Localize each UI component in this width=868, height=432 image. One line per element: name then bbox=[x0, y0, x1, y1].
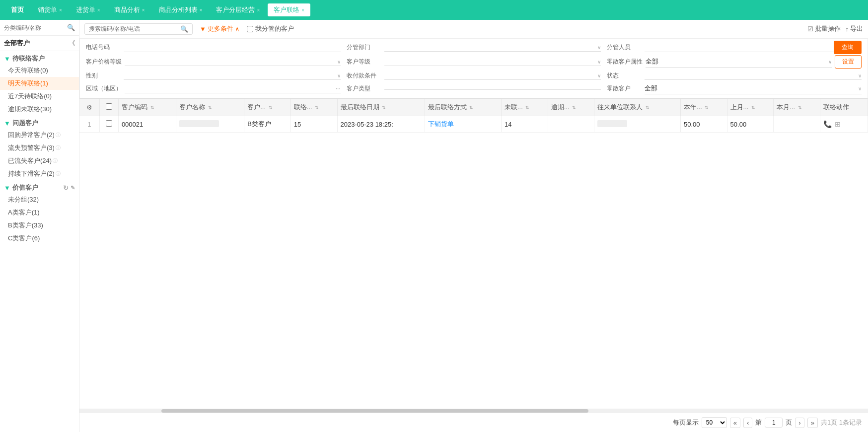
person-select[interactable]: ··· bbox=[645, 43, 862, 52]
sidebar-item-7days[interactable]: 近7天待联络(0) bbox=[0, 90, 79, 103]
per-page-select[interactable]: 50 100 200 bbox=[702, 417, 727, 428]
sort-icon-overdue: ⇅ bbox=[572, 105, 576, 110]
close-product-analysis-list-icon[interactable]: × bbox=[200, 7, 203, 13]
region-dots-icon[interactable]: ··· bbox=[336, 85, 341, 92]
settings-btn[interactable]: 设置 bbox=[835, 55, 862, 69]
collapse-icon[interactable]: 《 bbox=[69, 39, 75, 48]
first-page-btn[interactable]: « bbox=[730, 418, 740, 428]
th-contact-count[interactable]: 联络... ⇅ bbox=[290, 99, 337, 116]
retail-attr-select[interactable]: 全部 ∨ bbox=[646, 56, 832, 68]
gender-chevron-icon: ∨ bbox=[337, 73, 341, 78]
my-customers-check[interactable] bbox=[247, 26, 253, 32]
row-last-method[interactable]: 下销货单 bbox=[425, 116, 501, 133]
batch-op-btn[interactable]: ☑ 批量操作 bbox=[807, 24, 841, 33]
sidebar: 🔍 全部客户 《 ▼ 待联络客户 今天待联络(0) 明天待联络(1) 近7天待联… bbox=[0, 20, 79, 432]
overdue-label: 逾期未联络(30) bbox=[8, 105, 52, 114]
gender-select[interactable]: ∨ bbox=[124, 72, 341, 80]
close-customer-contact-icon[interactable]: × bbox=[301, 7, 304, 13]
group-pending-label: 待联络客户 bbox=[12, 54, 45, 63]
price-grade-select[interactable]: ∨ bbox=[125, 58, 341, 66]
th-code[interactable]: 客户编码 ⇅ bbox=[118, 99, 176, 116]
th-this-year[interactable]: 本年... ⇅ bbox=[680, 99, 727, 116]
region-select[interactable]: ··· bbox=[125, 84, 341, 93]
horizontal-scrollbar[interactable] bbox=[79, 409, 868, 413]
nav-customer-contact[interactable]: 客户联络 × bbox=[268, 3, 310, 16]
sidebar-item-abnormal[interactable]: 回购异常客户(2) ⓘ bbox=[0, 129, 79, 142]
sidebar-item-today[interactable]: 今天待联络(0) bbox=[0, 64, 79, 77]
region-label: 区域（地区） bbox=[86, 84, 122, 93]
th-type[interactable]: 客户... ⇅ bbox=[244, 99, 291, 116]
query-btn[interactable]: 查询 bbox=[834, 41, 862, 54]
close-customer-tier-icon[interactable]: × bbox=[257, 7, 260, 13]
th-checkbox[interactable] bbox=[99, 99, 118, 116]
sidebar-item-declining[interactable]: 持续下滑客户(2) ⓘ bbox=[0, 167, 79, 180]
filter-more-btn[interactable]: ▼ 更多条件 ∧ bbox=[197, 23, 243, 35]
th-last-method[interactable]: 最后联络方式 ⇅ bbox=[425, 99, 501, 116]
sidebar-item-a-class[interactable]: A类客户(1) bbox=[0, 206, 79, 219]
sidebar-item-ungroups[interactable]: 未分组(32) bbox=[0, 193, 79, 206]
payment-select[interactable]: ∨ bbox=[384, 72, 601, 80]
row-checkbox[interactable] bbox=[99, 116, 118, 133]
th-uncontact[interactable]: 未联... ⇅ bbox=[501, 99, 548, 116]
th-last-date[interactable]: 最后联络日期 ⇅ bbox=[337, 99, 425, 116]
refresh-icon[interactable]: ↻ bbox=[63, 184, 69, 192]
hint-icon-abnormal: ⓘ bbox=[56, 132, 61, 139]
export-btn[interactable]: ↑ 导出 bbox=[846, 24, 864, 33]
th-contact-person[interactable]: 往来单位联系人 ⇅ bbox=[594, 99, 681, 116]
my-customers-checkbox[interactable]: 我分管的客户 bbox=[247, 24, 294, 33]
phone-input[interactable] bbox=[124, 43, 341, 52]
page-total-info: 共1页 1条记录 bbox=[821, 418, 862, 427]
th-this-month[interactable]: 本月... ⇅ bbox=[774, 99, 820, 116]
customer-grade-select[interactable]: ∨ bbox=[384, 58, 601, 66]
payment-chevron-icon: ∨ bbox=[597, 73, 601, 78]
sidebar-item-b-class[interactable]: B类客户(33) bbox=[0, 219, 79, 232]
edit-value-icon[interactable]: ✎ bbox=[71, 185, 75, 191]
dept-select[interactable]: ∨ bbox=[384, 44, 601, 52]
th-overdue[interactable]: 逾期... ⇅ bbox=[548, 99, 594, 116]
toolbar-right: ☑ 批量操作 ↑ 导出 bbox=[807, 24, 864, 33]
nav-sales-order[interactable]: 销货单 × bbox=[32, 3, 68, 16]
sidebar-item-tomorrow[interactable]: 明天待联络(1) bbox=[0, 77, 79, 90]
row-this-month bbox=[774, 116, 820, 133]
nav-home[interactable]: 首页 bbox=[5, 3, 30, 16]
last-method-link[interactable]: 下销货单 bbox=[428, 120, 454, 128]
next-page-btn[interactable]: › bbox=[795, 418, 804, 428]
select-all-checkbox[interactable] bbox=[106, 103, 112, 110]
more-action-icon[interactable]: ⊞ bbox=[835, 120, 841, 128]
row-name bbox=[176, 116, 244, 133]
phone-action-icon[interactable]: 📞 bbox=[823, 120, 832, 128]
row-select-checkbox[interactable] bbox=[106, 120, 112, 127]
close-sales-order-icon[interactable]: × bbox=[59, 7, 62, 13]
nav-product-analysis[interactable]: 商品分析 × bbox=[108, 3, 151, 16]
status-select[interactable]: ∨ bbox=[645, 72, 862, 80]
all-customers-header[interactable]: 全部客户 《 bbox=[0, 36, 79, 51]
page-number-input[interactable] bbox=[765, 418, 783, 428]
th-settings[interactable]: ⚙ bbox=[79, 99, 99, 116]
sidebar-item-churned[interactable]: 已流失客户(24) ⓘ bbox=[0, 154, 79, 167]
customer-type-select[interactable] bbox=[384, 87, 601, 90]
sidebar-search-icon[interactable]: 🔍 bbox=[67, 24, 75, 31]
page-label: 第 bbox=[755, 418, 762, 427]
close-product-analysis-icon[interactable]: × bbox=[142, 7, 145, 13]
nav-customer-tier[interactable]: 客户分层经营 × bbox=[210, 3, 266, 16]
search-submit-icon[interactable]: 🔍 bbox=[180, 25, 188, 33]
sidebar-item-c-class[interactable]: C类客户(6) bbox=[0, 232, 79, 245]
th-last-month[interactable]: 上月... ⇅ bbox=[727, 99, 774, 116]
dept-chevron-icon: ∨ bbox=[597, 45, 601, 50]
person-label: 分管人员 bbox=[607, 43, 642, 52]
retail-customer-select[interactable]: 全部 ∨ bbox=[645, 83, 862, 94]
close-purchase-order-icon[interactable]: × bbox=[97, 7, 100, 13]
sidebar-item-overdue[interactable]: 逾期未联络(30) bbox=[0, 103, 79, 116]
sidebar-item-churn-warning[interactable]: 流失预警客户(3) ⓘ bbox=[0, 142, 79, 154]
dept-label: 分管部门 bbox=[347, 43, 381, 52]
settings-gear-icon[interactable]: ⚙ bbox=[86, 104, 92, 111]
th-name[interactable]: 客户名称 ⇅ bbox=[176, 99, 244, 116]
sidebar-search-input[interactable] bbox=[4, 24, 65, 31]
hint-icon-churned: ⓘ bbox=[53, 157, 58, 164]
nav-purchase-order[interactable]: 进货单 × bbox=[70, 3, 106, 16]
nav-product-analysis-list[interactable]: 商品分析列表 × bbox=[153, 3, 209, 16]
last-page-btn[interactable]: » bbox=[807, 418, 818, 428]
scroll-thumb[interactable] bbox=[161, 409, 588, 413]
prev-page-btn[interactable]: ‹ bbox=[743, 418, 752, 428]
search-input[interactable] bbox=[89, 25, 178, 32]
